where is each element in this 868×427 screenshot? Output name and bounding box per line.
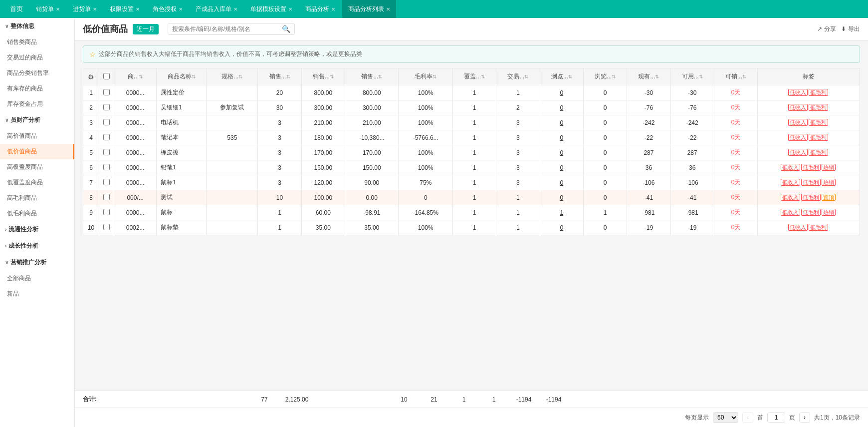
browse1-link[interactable]: 0 [560,164,563,171]
row-checkbox[interactable] [103,209,110,215]
select-all-checkbox[interactable] [103,73,110,79]
nav-templates-close[interactable]: ✕ [288,6,292,12]
per-page-select[interactable]: 50 100 [713,412,738,423]
row-checkbox[interactable] [103,104,110,110]
nav-permissions-close[interactable]: ✕ [136,6,140,12]
row-checkbox[interactable] [103,149,110,155]
nav-product-analysis-list[interactable]: 商品分析列表 ✕ [342,0,396,18]
row-checkbox[interactable] [103,89,110,95]
row-checkbox[interactable] [103,224,110,230]
export-button[interactable]: ⬇ 导出 [841,25,860,33]
sort-cover[interactable]: ⇅ [481,74,485,79]
browse1-link[interactable]: 0 [560,224,563,231]
browse1-link[interactable]: 0 [560,149,563,156]
sort-code[interactable]: ⇅ [139,74,143,79]
browse1-link[interactable]: 0 [560,194,563,201]
sidebar-item-high-coverage[interactable]: 高覆盖度商品 [0,159,74,175]
sidebar-item-high-margin[interactable]: 高毛利商品 [0,190,74,206]
sort-spec[interactable]: ⇅ [238,74,242,79]
nav-roles[interactable]: 角色授权 ✕ [147,0,189,18]
sidebar-section-overall[interactable]: ∨ 整体信息 [0,18,74,34]
header-actions: ↗ 分享 ⬇ 导出 [817,25,860,33]
nav-product-analysis[interactable]: 商品分析 ✕ [299,0,341,18]
sidebar-item-capital[interactable]: 库存资金占用 [0,96,74,112]
sidebar-item-low-value[interactable]: 低价值商品 [0,144,74,159]
tag-badge: 低毛利 [809,224,828,231]
nav-purchase-close[interactable]: ✕ [93,6,97,12]
td-no: 4 [83,130,99,145]
td-name: 吴细细1 [157,100,207,115]
sort-price[interactable]: ⇅ [330,74,334,79]
total-stock: -1194 [509,396,539,403]
tag-badge: 低毛利 [809,149,828,156]
share-button[interactable]: ↗ 分享 [817,25,836,33]
th-code: 商...⇅ [114,68,157,85]
filter-tag-month[interactable]: 近一月 [133,24,159,34]
page-next-btn[interactable]: › [799,413,810,423]
page-number-input[interactable] [767,413,785,423]
td-price: 100.00 [301,190,345,205]
sidebar-item-low-coverage[interactable]: 低覆盖度商品 [0,175,74,190]
page-first-btn[interactable]: ‹ [742,413,753,423]
row-checkbox[interactable] [103,119,110,125]
browse1-link[interactable]: 1 [560,209,563,216]
sidebar-section-marketing[interactable]: ∨ 营销推广分析 [0,254,74,271]
sidebar-item-low-margin[interactable]: 低毛利商品 [0,206,74,221]
nav-roles-close[interactable]: ✕ [179,6,183,12]
sidebar-item-high-value[interactable]: 高价值商品 [0,128,74,144]
td-checkbox [99,205,114,220]
sidebar-section-flow[interactable]: › 流通性分析 [0,221,74,238]
browse1-link[interactable]: 0 [560,119,563,126]
nav-permissions[interactable]: 权限设置 ✕ [104,0,146,18]
browse1-link[interactable]: 0 [560,89,563,96]
row-checkbox[interactable] [103,134,110,140]
sidebar-section-financial[interactable]: ∨ 员财产分析 [0,112,74,128]
nav-product-analysis-close[interactable]: ✕ [331,6,335,12]
browse1-link[interactable]: 0 [560,134,563,141]
table-row: 7 0000... 鼠标1 3 120.00 90.00 75% 1 3 0 0… [83,175,860,190]
sort-browse1[interactable]: ⇅ [568,74,572,79]
sidebar-item-stock-goods[interactable]: 有库存的商品 [0,81,74,96]
th-stock: 现有...⇅ [627,68,670,85]
sort-trade[interactable]: ⇅ [524,74,528,79]
search-icon[interactable]: 🔍 [282,25,290,33]
sidebar-item-new-goods[interactable]: 新品 [0,286,74,302]
nav-purchase[interactable]: 进货单 ✕ [67,0,103,18]
th-browse2: 浏览...⇅ [583,68,627,85]
td-stock: -41 [627,190,670,205]
sidebar-item-traded-goods[interactable]: 交易过的商品 [0,50,74,65]
sort-avail[interactable]: ⇅ [699,74,703,79]
sort-browse2[interactable]: ⇅ [612,74,616,79]
sidebar-section-growth[interactable]: › 成长性分析 [0,238,74,254]
row-checkbox[interactable] [103,179,110,185]
sidebar-item-all-goods[interactable]: 全部商品 [0,271,74,286]
sort-stock[interactable]: ⇅ [655,74,659,79]
browse1-link[interactable]: 0 [560,104,563,111]
sidebar-item-sales-goods[interactable]: 销售类商品 [0,34,74,50]
td-sellable: 0天 [714,145,757,160]
nav-sales-close[interactable]: ✕ [56,6,60,12]
td-stock: 36 [627,160,670,175]
nav-product-list-close[interactable]: ✕ [386,6,390,12]
sort-total[interactable]: ⇅ [378,74,382,79]
search-input[interactable] [172,25,282,32]
nav-templates[interactable]: 单据模板设置 ✕ [244,0,298,18]
sort-sellable[interactable]: ⇅ [742,74,746,79]
row-checkbox[interactable] [103,194,110,200]
search-box: 🔍 [168,23,295,35]
sort-qty[interactable]: ⇅ [286,74,290,79]
sort-name[interactable]: ⇅ [192,74,196,79]
sort-gross[interactable]: ⇅ [433,74,436,79]
sidebar-item-category-rate[interactable]: 商品分类销售率 [0,65,74,81]
td-gross: 100% [399,145,453,160]
nav-home[interactable]: 首页 [4,0,29,18]
row-checkbox[interactable] [103,164,110,170]
nav-sales[interactable]: 销货单 ✕ [30,0,66,18]
td-sellable: 0天 [714,160,757,175]
td-spec [207,205,258,220]
browse1-link[interactable]: 0 [560,179,563,186]
nav-warehouse-close[interactable]: ✕ [233,6,237,12]
nav-warehouse[interactable]: 产成品入库单 ✕ [190,0,243,18]
tag-badge: 热销 [822,179,836,186]
gear-icon[interactable]: ⚙ [88,73,94,81]
